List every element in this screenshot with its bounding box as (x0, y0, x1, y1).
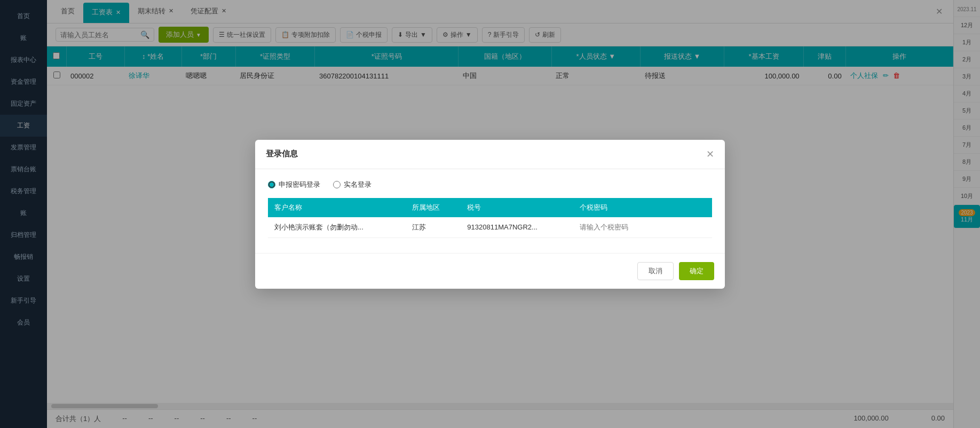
login-type-radio-group: 申报密码登录 实名登录 (268, 180, 712, 189)
main-area: 首页 工资表 ✕ 期末结转 ✕ 凭证配置 ✕ ✕ 🔍 添加人员 (47, 0, 953, 428)
dialog-cell-name: 刘小艳演示账套（勿删勿动... (268, 217, 406, 238)
dialog-col-taxno: 税号 (461, 198, 573, 217)
dialog-cell-taxno: 91320811MA7NGR2... (461, 217, 573, 238)
dialog-overlay: 登录信息 ✕ 申报密码登录 实名登录 (0, 0, 980, 428)
dialog-title: 登录信息 (266, 149, 298, 159)
confirm-button[interactable]: 确定 (679, 262, 714, 280)
tax-password-input[interactable] (580, 223, 706, 231)
dialog-col-region: 所属地区 (406, 198, 461, 217)
login-dialog: 登录信息 ✕ 申报密码登录 实名登录 (255, 140, 725, 289)
cancel-button[interactable]: 取消 (637, 262, 674, 280)
dialog-body: 申报密码登录 实名登录 客户名称 所属地区 税号 (255, 169, 725, 253)
dialog-header: 登录信息 ✕ (255, 140, 725, 169)
dialog-col-name: 客户名称 (268, 198, 406, 217)
dialog-table: 客户名称 所属地区 税号 个税密码 刘小艳演示账套（勿删勿动... 江苏 913… (268, 198, 712, 238)
dialog-close-button[interactable]: ✕ (706, 148, 714, 160)
dialog-col-password: 个税密码 (573, 198, 712, 217)
radio-password-login[interactable]: 申报密码登录 (268, 180, 320, 189)
dialog-cell-password[interactable] (573, 217, 712, 238)
radio-realname-login[interactable]: 实名登录 (333, 180, 372, 189)
dialog-cell-region: 江苏 (406, 217, 461, 238)
dialog-table-row: 刘小艳演示账套（勿删勿动... 江苏 91320811MA7NGR2... (268, 217, 712, 238)
dialog-footer: 取消 确定 (255, 253, 725, 289)
